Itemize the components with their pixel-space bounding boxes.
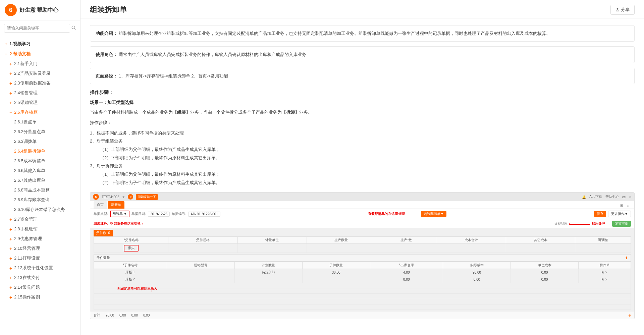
sidebar-item-print[interactable]: + 2.11打印设置 xyxy=(0,254,80,263)
sidebar-item-stock-error[interactable]: 2.6.10库存账本错了怎么办 xyxy=(0,205,80,215)
mock-sub-op-2[interactable]: ⎘ ✕ xyxy=(579,276,631,283)
sidebar-item-sales[interactable]: + 2.4销售管理 xyxy=(0,88,80,98)
mock-sub-spec-2 xyxy=(167,276,234,283)
mock-select-bom-btn[interactable]: 选装配清单▼ xyxy=(421,211,446,217)
mock-tab-home[interactable]: 自页 xyxy=(94,201,107,209)
mock-sub-col-spec: 规格型号 xyxy=(167,262,234,269)
plus-icon-10: + xyxy=(9,246,12,252)
sidebar-item-transfer[interactable]: 2.6.3调拨单 xyxy=(0,137,80,147)
sidebar-item-mobile[interactable]: + 2.8手机旺铺 xyxy=(0,224,80,234)
mock-close-icon: ✕ xyxy=(629,195,632,199)
sidebar-item-faq[interactable]: + 2.14常见问题 xyxy=(0,283,80,292)
search-button[interactable] xyxy=(71,25,76,31)
mock-tab-new[interactable]: 新新单 xyxy=(108,201,124,209)
sidebar-item-stock-check[interactable]: 2.6.9库存账本查询 xyxy=(0,195,80,205)
sidebar-item-inventory[interactable]: − 2.6库存核算 xyxy=(0,108,80,117)
mock-col-other-cost: 其它成本 xyxy=(506,237,575,244)
mock-parent-input[interactable]: 床头 xyxy=(124,245,139,252)
step1: 1、根据不同的业务，选择不同单据的类型来处理 xyxy=(90,129,635,137)
mock-lower-title: 子件数量 xyxy=(97,256,110,260)
app-title: 好生意 帮助中心 xyxy=(19,7,58,14)
mock-sub-wh-1: 4.00 xyxy=(370,269,443,276)
mock-bom-notice: 有装配清单的在这里处理 xyxy=(368,212,405,216)
page-title: 组装拆卸单 xyxy=(90,5,127,15)
mock-sub-op-1[interactable]: ⎘ ✕ xyxy=(579,269,631,276)
mock-toolbar: 单据类型: 组装单 ▼ 单据日期: 2019-12-26 单据编号: AD-20… xyxy=(90,209,634,219)
mock-copy-icon[interactable]: ⎘ xyxy=(602,271,604,274)
mock-enable-notice: 启用处理 xyxy=(592,221,605,226)
sidebar-item-cost-calc[interactable]: 2.6.8商品成本重算 xyxy=(0,185,80,195)
mock-expand-icon[interactable]: ⬆ xyxy=(625,256,628,260)
plus-icon-6: + xyxy=(9,100,12,106)
main-body: 功能介绍： 组装拆卸单用来处理企业组装或拆卸等加工业务，支持有固定装配清单的产品… xyxy=(80,18,644,326)
sidebar-item-data-prep[interactable]: + 2.3使用前数据准备 xyxy=(0,78,80,88)
sidebar-item-fund[interactable]: + 2.7资金管理 xyxy=(0,215,80,224)
sidebar-item-purchase[interactable]: + 2.5采购管理 xyxy=(0,98,80,108)
svg-line-1 xyxy=(74,29,75,30)
sidebar-item-install[interactable]: + 2.2产品安装及登录 xyxy=(0,69,80,78)
mock-approve-btn[interactable]: 发策审批 xyxy=(612,221,631,227)
sidebar-item-help-docs[interactable]: − 2.帮助文档 xyxy=(0,49,80,59)
mock-upper-row-1: 床头 xyxy=(94,244,631,253)
mock-del-icon-2[interactable]: ✕ xyxy=(605,278,607,281)
path-box: 页面路径： 1、库存核算->库存管理->组装拆卸单 2、首页->常用功能 xyxy=(90,68,635,84)
sidebar-item-cases[interactable]: + 2.15操作案例 xyxy=(0,292,80,302)
plus-icon: + xyxy=(5,41,7,47)
mock-total-val3: 0.00 xyxy=(131,314,138,317)
nav-tree: + 1.视频学习 − 2.帮助文档 + 2.1新手入门 + 2.2产品安装及登录… xyxy=(0,36,80,335)
sidebar-item-other-in[interactable]: 2.6.6其他入库单 xyxy=(0,166,80,176)
mock-star-icon: ☆ xyxy=(627,204,630,207)
mock-sub-col-actual-cost: 实际成本 xyxy=(443,262,511,269)
sidebar-item-online-pay[interactable]: + 2.13在线支付 xyxy=(0,273,80,283)
mock-save-btn[interactable]: 保存 xyxy=(594,211,606,217)
mock-arrow-up: ↑ xyxy=(142,222,144,226)
sidebar-item-other-out[interactable]: 2.6.7其他出库单 xyxy=(0,176,80,185)
mock-switch-notice: 组装业务、拆卸业务在这里切换 xyxy=(94,221,141,226)
mock-sub-actual-1: 90.00 xyxy=(443,269,511,276)
mock-company: TEST-H002 xyxy=(102,195,119,199)
mock-scrap-label: 折损品库 xyxy=(554,221,568,226)
sidebar-item-video[interactable]: + 1.视频学习 xyxy=(0,39,80,49)
mock-refresh-icon: ↻ xyxy=(128,194,133,200)
mock-lower-row-7 xyxy=(94,304,631,310)
mock-nav-tabs: 自页 新新单 ⊞ ☆ xyxy=(90,201,634,209)
mock-new-btn[interactable]: 问题反馈一下 xyxy=(136,194,158,200)
mock-del-icon[interactable]: ✕ xyxy=(605,271,607,274)
mock-lower-header: 子件数量 ⬆ xyxy=(94,254,631,262)
mock-col-unit: 计量单位 xyxy=(237,237,307,244)
sidebar-item-split-stocktake[interactable]: 2.6.2分量盘点单 xyxy=(0,127,80,137)
sidebar-item-cost-adjust[interactable]: 2.6.5成本调整单 xyxy=(0,156,80,166)
mock-cell-cost-total xyxy=(437,244,506,253)
mock-arrow-right: ← xyxy=(606,221,611,226)
mock-num-value[interactable]: AD-20191226-001 xyxy=(188,212,220,217)
step2: 2、对于组装业务 xyxy=(90,137,635,146)
mock-help: 帮助中心 xyxy=(605,194,619,199)
mock-more-btn[interactable]: 更多操作▼ xyxy=(608,211,631,217)
plus-icon-2: + xyxy=(9,61,12,67)
mock-sub-col-qty: 子件数量 xyxy=(302,262,370,269)
minus-icon-2: − xyxy=(9,110,12,115)
sidebar-item-operation[interactable]: + 2.10经营管理 xyxy=(0,244,80,254)
mock-type-value[interactable]: 组装单 ▼ xyxy=(110,211,130,217)
mock-copy-icon-2[interactable]: ⎘ xyxy=(602,278,604,281)
sidebar-item-newcomer[interactable]: + 2.1新手入门 xyxy=(0,59,80,69)
sidebar-item-stocktake[interactable]: 2.6.1盘点单 xyxy=(0,117,80,127)
step2-2: （2）下部明细为子件明细，最终作为原材料生成其它出库单。 xyxy=(100,154,635,162)
search-input[interactable] xyxy=(4,24,70,33)
plus-icon-15: + xyxy=(9,295,12,300)
steps-title: 操作步骤： xyxy=(90,90,635,96)
mock-user: cc xyxy=(622,195,626,199)
feature-intro-label: 功能介绍： xyxy=(96,31,117,36)
sidebar-item-coupon[interactable]: + 2.9优惠券管理 xyxy=(0,234,80,244)
mock-sub-plan-1: 待定(+1) xyxy=(234,269,302,276)
share-button[interactable]: 分享 xyxy=(610,5,635,15)
mock-date-value[interactable]: 2019-12-26 xyxy=(148,212,170,217)
sidebar-item-custom[interactable]: + 2.12系统个性化设置 xyxy=(0,263,80,273)
mock-layout-icon: ⊞ xyxy=(620,204,623,207)
mock-scrap-input[interactable] xyxy=(569,223,590,225)
main-header: 组装拆卸单 分享 xyxy=(80,0,644,18)
mock-total-val4: 0.00 xyxy=(143,314,150,317)
plus-icon-12: + xyxy=(9,266,12,271)
logo-icon: 6 xyxy=(5,4,17,16)
sidebar-item-assembly[interactable]: 2.6.4组装拆卸单 xyxy=(0,147,80,156)
